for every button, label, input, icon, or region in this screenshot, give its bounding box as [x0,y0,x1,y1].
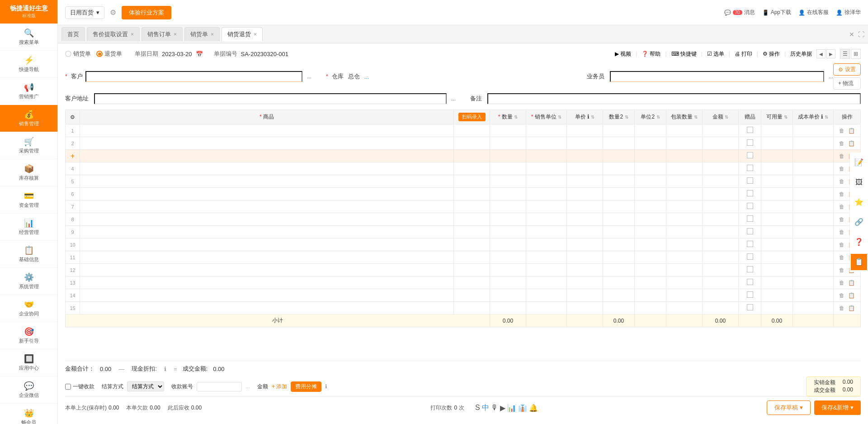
cost-sort-icon[interactable]: ⇅ [825,114,828,119]
cell-qty-1[interactable] [490,124,526,137]
delete-icon-6[interactable]: 🗑 [839,191,844,197]
cell-qty-11[interactable] [490,251,526,264]
cell-pkgqty-2[interactable] [666,137,703,150]
cell-unit-5[interactable] [526,175,567,188]
tab-sales-delivery-close[interactable]: × [211,31,214,38]
cell-gift-5[interactable] [739,175,761,188]
delete-icon-3[interactable]: 🗑 [839,153,844,159]
right-star-icon[interactable]: ⭐ [851,194,867,210]
cell-qty2-10[interactable] [603,238,635,251]
cell-unit-14[interactable] [526,289,567,302]
cell-qty-10[interactable] [490,238,526,251]
cell-amount-4[interactable] [703,162,739,175]
print-action[interactable]: 🖨 打印 [735,50,752,58]
cell-amount-7[interactable] [703,200,739,213]
app-download-item[interactable]: 📱 App下载 [762,9,791,16]
cell-price-15[interactable] [567,302,603,314]
cell-qty-9[interactable] [490,226,526,238]
cell-product-6[interactable] [80,188,454,200]
cell-unit-3[interactable] [526,150,567,162]
cell-qty-3[interactable] [490,150,526,162]
cell-qty-14[interactable] [490,289,526,302]
right-image-icon[interactable]: 🖼 [851,174,867,191]
cell-product-15[interactable] [80,302,454,314]
cell-gift-3[interactable] [739,150,761,162]
customer-input[interactable] [85,71,302,82]
gift-checkbox-6[interactable] [747,190,753,196]
cell-amount-6[interactable] [703,188,739,200]
tab-sales-return-close[interactable]: × [254,31,257,38]
bottom-tool-4[interactable]: ▶ [500,404,505,412]
pkgqty-sort-icon[interactable]: ⇅ [694,114,698,119]
salesperson-input[interactable] [610,71,824,82]
one-key-checkbox[interactable] [65,384,71,390]
gift-checkbox-4[interactable] [747,165,753,171]
sidebar-item-shortcut[interactable]: ⚡ 快捷导航 [0,51,57,78]
gift-checkbox-11[interactable] [747,253,753,260]
cell-gift-6[interactable] [739,188,761,200]
cell-pkgqty-15[interactable] [666,302,703,314]
customer-dots[interactable]: ... [307,73,311,80]
tab-price-set-close[interactable]: × [131,31,134,38]
cell-qty-2[interactable] [490,137,526,150]
cell-qty-15[interactable] [490,302,526,314]
qty2-sort-icon[interactable]: ⇅ [625,114,628,119]
copy-icon-15[interactable]: 📋 [848,305,855,311]
cell-price-8[interactable] [567,213,603,226]
sidebar-item-newbie[interactable]: 🎯 新手引导 [0,322,57,349]
salesperson-dots[interactable]: ... [829,73,833,80]
cell-unit-15[interactable] [526,302,567,314]
online-service-item[interactable]: 👤 在线客服 [798,9,829,16]
delete-icon-12[interactable]: 🗑 [839,267,844,273]
cell-gift-12[interactable] [739,264,761,276]
right-notes-icon[interactable]: 📝 [851,154,867,171]
cell-gift-2[interactable] [739,137,761,150]
video-help[interactable]: ▶ 视频 [615,50,631,58]
cell-gift-8[interactable] [739,213,761,226]
delete-icon-4[interactable]: 🗑 [839,166,844,172]
cell-qty-13[interactable] [490,276,526,289]
cell-amount-10[interactable] [703,238,739,251]
copy-icon-1[interactable]: 📋 [848,128,855,134]
cell-price-4[interactable] [567,162,603,175]
cell-unit-7[interactable] [526,200,567,213]
cell-gift-15[interactable] [739,302,761,314]
gift-checkbox-10[interactable] [747,241,753,247]
cell-product-2[interactable] [80,137,454,150]
save-draft-btn[interactable]: 保存草稿 ▾ [767,400,811,415]
cell-price-7[interactable] [567,200,603,213]
cell-pkgqty-7[interactable] [666,200,703,213]
cell-unit-1[interactable] [526,124,567,137]
tab-sales-return[interactable]: 销货退货 × [222,27,263,41]
cell-unit-12[interactable] [526,264,567,276]
cell-pkgqty-9[interactable] [666,226,703,238]
cell-amount-12[interactable] [703,264,739,276]
cell-pkgqty-10[interactable] [666,238,703,251]
account-input[interactable] [197,382,242,391]
notification-item[interactable]: 💬 70 消息 [724,9,755,16]
cell-qty2-3[interactable] [603,150,635,162]
sidebar-item-search[interactable]: 🔍 搜索菜单 [0,24,57,51]
warehouse-dots[interactable]: ... [364,73,369,80]
cell-pkgqty-3[interactable] [666,150,703,162]
cell-product-13[interactable] [80,276,454,289]
bottom-tool-3[interactable]: 🎙 [491,404,498,412]
settings-btn[interactable]: ⚙ 设置 [833,63,861,76]
bottom-tool-2[interactable]: 中 [482,403,489,413]
cell-amount-13[interactable] [703,276,739,289]
tab-sales-order[interactable]: 销售订单 × [142,27,183,41]
history-prev[interactable]: ◀ [816,49,826,58]
save-new-btn[interactable]: 保存&新增 ▾ [814,400,861,415]
amount-sort-icon[interactable]: ⇅ [725,114,728,119]
tab-price-set[interactable]: 售价提取设置 × [87,27,140,41]
cell-price-12[interactable] [567,264,603,276]
delete-icon-1[interactable]: 🗑 [839,128,844,134]
th-gear[interactable]: ⚙ [66,110,80,124]
gift-checkbox-2[interactable] [747,139,753,146]
cell-amount-15[interactable] [703,302,739,314]
delete-icon-9[interactable]: 🗑 [839,229,844,235]
cell-gift-7[interactable] [739,200,761,213]
expand-tab-icon[interactable]: ⛶ [858,31,864,38]
cell-amount-8[interactable] [703,213,739,226]
cell-unit-4[interactable] [526,162,567,175]
